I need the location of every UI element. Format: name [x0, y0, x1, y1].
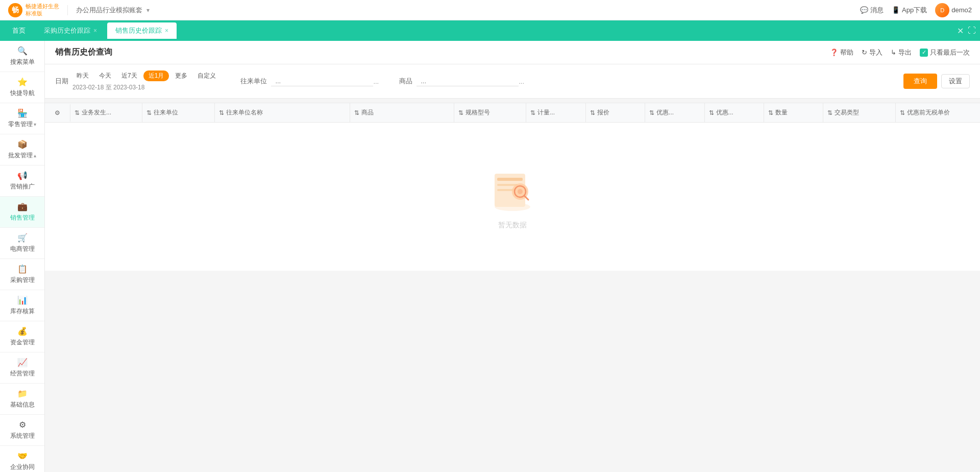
th-discount2[interactable]: ⇅ 优惠... [705, 103, 764, 122]
sidebar-item-basic-info-label: 基础信息 [10, 400, 35, 409]
import-icon: ↻ [862, 49, 867, 56]
th-partner-name-label: 往来单位名称 [226, 108, 263, 117]
th-partner[interactable]: ⇅ 往来单位 [142, 103, 214, 122]
th-business-date[interactable]: ⇅ 业务发生... [70, 103, 142, 122]
sidebar-item-search-menu[interactable]: 🔍 搜索菜单 [0, 41, 44, 72]
tab-bar-right: ✕ ⛶ [957, 26, 976, 36]
sidebar-item-enterprise-collab[interactable]: 🤝 企业协同 [0, 446, 44, 472]
th-unit[interactable]: ⇅ 计量... [526, 103, 585, 122]
th-trade-type[interactable]: ⇅ 交易类型 [823, 103, 895, 122]
date-btn-custom[interactable]: 自定义 [193, 70, 220, 81]
sidebar-item-finance-mgmt[interactable]: 💰 资金管理 [0, 321, 44, 352]
message-button[interactable]: 💬 消息 [860, 6, 884, 15]
sidebar-item-wholesale-mgmt[interactable]: 📦 批发管理 ▴ [0, 134, 44, 166]
th-pretax-price-sort-icon: ⇅ [900, 109, 905, 116]
empty-state: 暂无数据 [45, 123, 980, 271]
ops-icon: 📈 [17, 358, 28, 367]
sidebar: 🔍 搜索菜单 ⭐ 快捷导航 🏪 零售管理 ▾ 📦 批发管理 ▴ 📢 营销推广 [0, 41, 45, 472]
tab-sales-history[interactable]: 销售历史价跟踪 × [107, 22, 177, 39]
sidebar-item-marketing[interactable]: 📢 营销推广 [0, 166, 44, 197]
product-filter-dots[interactable]: ... [519, 78, 524, 85]
ecomm-icon: 🛒 [17, 233, 28, 243]
tab-purchase-history[interactable]: 采购历史价跟踪 × [36, 22, 105, 39]
sidebar-item-ecomm-mgmt[interactable]: 🛒 电商管理 [0, 228, 44, 259]
tab-sales-history-label: 销售历史价跟踪 [115, 26, 162, 35]
th-spec[interactable]: ⇅ 规格型号 [454, 103, 526, 122]
sidebar-item-quick-nav[interactable]: ⭐ 快捷导航 [0, 72, 44, 103]
th-discount1-sort-icon: ⇅ [649, 109, 654, 116]
th-pretax-price-label: 优惠前无税单价 [907, 108, 950, 117]
sidebar-item-ops-mgmt[interactable]: 📈 经营管理 [0, 352, 44, 384]
th-business-date-label: 业务发生... [82, 108, 111, 117]
export-button[interactable]: ↳ 导出 [891, 48, 912, 57]
user-menu[interactable]: D demo2 [935, 3, 972, 17]
th-partner-sort-icon: ⇅ [146, 109, 152, 116]
date-btn-7days[interactable]: 近7天 [117, 70, 141, 81]
th-partner-name[interactable]: ⇅ 往来单位名称 [215, 103, 351, 122]
help-button[interactable]: ❓ 帮助 [830, 48, 853, 57]
th-business-date-sort-icon: ⇅ [75, 109, 80, 116]
system-icon: ⚙ [19, 420, 26, 430]
product-filter-field: ... [416, 76, 524, 86]
filter-row: 日期 昨天 今天 近7天 近1月 更多 自定义 2023-02-18 至 202… [55, 70, 970, 92]
svg-rect-2 [497, 178, 523, 181]
product-filter-label: 商品 [399, 77, 412, 86]
app-name: 办公用品行业模拟账套 [76, 6, 142, 15]
th-price-label: 报价 [597, 108, 609, 117]
tab-maximize-button[interactable]: ⛶ [968, 26, 976, 35]
partner-filter-dots[interactable]: ... [373, 78, 379, 85]
sales-icon: 💼 [17, 202, 28, 211]
tab-home-label: 首页 [12, 26, 26, 35]
basic-info-icon: 📁 [17, 389, 28, 398]
product-input[interactable] [416, 76, 519, 86]
partner-filter: 往来单位 ... [240, 76, 379, 86]
date-btn-yesterday[interactable]: 昨天 [72, 70, 93, 81]
table-header: ⚙ ⇅ 业务发生... ⇅ 往来单位 ⇅ 往来单位名称 ⇅ 商品 [45, 103, 980, 123]
query-button[interactable]: 查询 [903, 74, 937, 89]
th-qty[interactable]: ⇅ 数量 [764, 103, 823, 122]
sidebar-item-sales-mgmt[interactable]: 💼 销售管理 [0, 197, 44, 228]
wholesale-icon: 📦 [17, 139, 28, 149]
app-download-button[interactable]: 📱 App下载 [892, 6, 927, 15]
th-discount1[interactable]: ⇅ 优惠... [645, 103, 704, 122]
date-range-display: 2023-02-18 至 2023-03-18 [72, 83, 220, 92]
import-button[interactable]: ↻ 导入 [862, 48, 883, 57]
tab-home[interactable]: 首页 [4, 22, 34, 39]
th-settings[interactable]: ⚙ [45, 104, 70, 122]
chevron-down-icon: ▾ [34, 122, 36, 127]
only-last-checkbox-group[interactable]: ✓ 只看最后一次 [920, 48, 970, 57]
settings-button[interactable]: 设置 [941, 74, 970, 88]
sidebar-item-sys-mgmt[interactable]: ⚙ 系统管理 [0, 415, 44, 446]
main-layout: 🔍 搜索菜单 ⭐ 快捷导航 🏪 零售管理 ▾ 📦 批发管理 ▴ 📢 营销推广 [0, 41, 980, 472]
svg-point-8 [518, 189, 523, 194]
date-btn-today[interactable]: 今天 [95, 70, 115, 81]
star-icon: ⭐ [17, 77, 28, 87]
date-btn-more[interactable]: 更多 [171, 70, 191, 81]
tab-sales-history-close[interactable]: × [165, 27, 168, 34]
th-pretax-price[interactable]: ⇅ 优惠前无税单价 [896, 103, 980, 122]
th-partner-label: 往来单位 [154, 108, 178, 117]
sidebar-item-inventory[interactable]: 📊 库存核算 [0, 290, 44, 321]
only-last-checkbox[interactable]: ✓ [920, 49, 928, 57]
tab-close-all-button[interactable]: ✕ [957, 26, 964, 36]
th-price[interactable]: ⇅ 报价 [586, 103, 645, 122]
th-product[interactable]: ⇅ 商品 [350, 103, 454, 122]
tab-purchase-history-close[interactable]: × [93, 27, 97, 34]
date-filter-label: 日期 [55, 77, 68, 86]
sidebar-item-finance-mgmt-label: 资金管理 [10, 338, 35, 347]
th-unit-sort-icon: ⇅ [530, 109, 535, 116]
date-btn-1month[interactable]: 近1月 [143, 70, 169, 81]
retail-icon: 🏪 [17, 108, 28, 118]
search-icon: 🔍 [17, 46, 28, 56]
help-icon: ❓ [830, 49, 838, 56]
sidebar-item-quick-nav-label: 快捷导航 [10, 89, 35, 98]
partner-input[interactable] [271, 76, 373, 86]
marketing-icon: 📢 [17, 171, 28, 180]
sidebar-item-retail-mgmt[interactable]: 🏪 零售管理 ▾ [0, 103, 44, 134]
filter-area: 日期 昨天 今天 近7天 近1月 更多 自定义 2023-02-18 至 202… [45, 64, 980, 99]
sidebar-item-purchase-mgmt[interactable]: 📋 采购管理 [0, 259, 44, 290]
sidebar-item-basic-info[interactable]: 📁 基础信息 [0, 384, 44, 415]
th-price-sort-icon: ⇅ [590, 109, 595, 116]
dropdown-arrow-icon[interactable]: ▾ [146, 7, 150, 14]
sidebar-item-sales-mgmt-label: 销售管理 [10, 214, 35, 222]
